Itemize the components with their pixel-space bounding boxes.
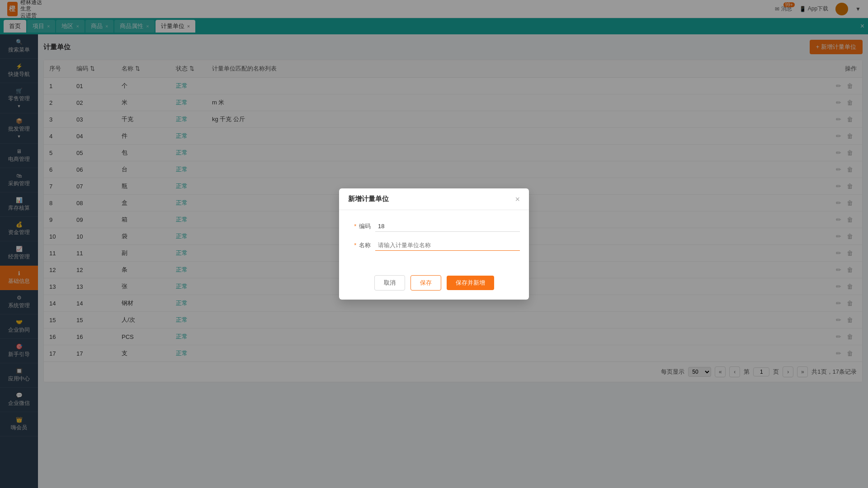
modal-header: 新增计量单位 × bbox=[339, 188, 529, 210]
name-label: * 名称 bbox=[348, 241, 371, 249]
required-star-name: * bbox=[354, 242, 356, 249]
code-label: * 编码 bbox=[348, 222, 371, 230]
modal-footer: 取消 保存 保存并新增 bbox=[339, 270, 529, 300]
code-input[interactable] bbox=[375, 221, 520, 232]
add-unit-modal: 新增计量单位 × * 编码 * 名称 取消 保存 保存并新增 bbox=[339, 188, 529, 300]
cancel-button[interactable]: 取消 bbox=[374, 275, 405, 291]
save-and-new-button[interactable]: 保存并新增 bbox=[447, 276, 494, 290]
save-button[interactable]: 保存 bbox=[410, 275, 441, 291]
required-star-code: * bbox=[354, 223, 356, 230]
modal-close-btn[interactable]: × bbox=[515, 195, 520, 203]
form-row-code: * 编码 bbox=[348, 221, 520, 232]
form-row-name: * 名称 bbox=[348, 240, 520, 251]
modal-title: 新增计量单位 bbox=[348, 195, 389, 203]
modal-body: * 编码 * 名称 bbox=[339, 210, 529, 270]
name-input[interactable] bbox=[375, 240, 520, 251]
modal-overlay[interactable]: 新增计量单位 × * 编码 * 名称 取消 保存 保存并新增 bbox=[0, 0, 868, 488]
